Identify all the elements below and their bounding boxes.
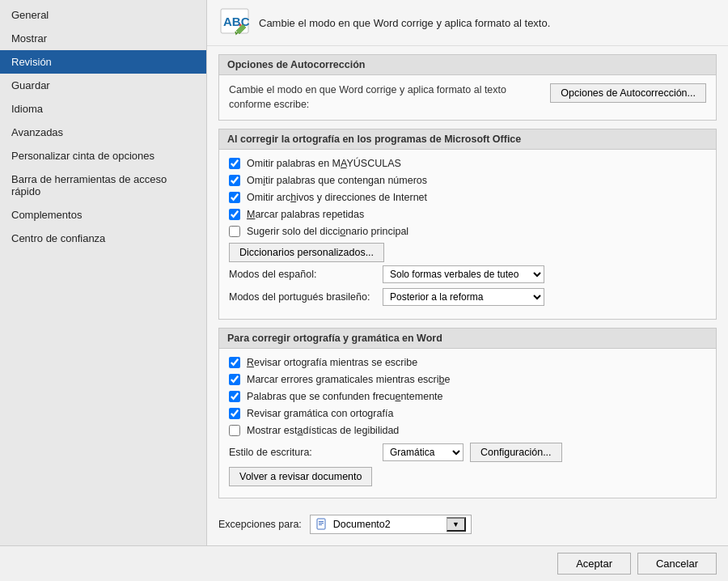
- checkbox-row-revisar-ortografia: Revisar ortografía mientras se escribe: [229, 357, 706, 368]
- checkbox-revisar-gramatica[interactable]: [229, 408, 240, 419]
- svg-line-2: [239, 24, 241, 26]
- label-mostrar-estadisticas: Mostrar estadísticas de legibilidad: [247, 425, 399, 436]
- sidebar-item-guardar[interactable]: Guardar: [0, 74, 206, 97]
- sidebar-item-centro[interactable]: Centro de confianza: [0, 227, 206, 250]
- sidebar-item-revision[interactable]: Revisión: [0, 50, 206, 74]
- modos-espanol-label: Modos del español:: [229, 269, 383, 280]
- label-omitir-numeros: Omitir palabras que contengan números: [247, 175, 427, 186]
- spelling-section: Al corregir la ortografía en los program…: [218, 129, 717, 320]
- label-marcar-repetidas: Marcar palabras repetidas: [247, 209, 364, 220]
- svg-rect-4: [319, 521, 324, 522]
- svg-rect-6: [319, 524, 322, 525]
- exceptions-label: Excepciones para:: [218, 519, 302, 530]
- volver-button-row: Volver a revisar documento: [229, 467, 706, 486]
- estilo-escritura-select[interactable]: Gramática: [383, 443, 463, 461]
- checkbox-omitir-archivos[interactable]: [229, 192, 240, 203]
- label-revisar-gramatica: Revisar gramática con ortografía: [247, 408, 393, 419]
- abc-icon: ABC: [220, 8, 249, 37]
- label-palabras-confunden: Palabras que se confunden frecuentemente: [247, 391, 443, 402]
- exceptions-select-wrapper[interactable]: Documento2 ▼: [310, 515, 472, 534]
- sidebar: General Mostrar Revisión Guardar Idioma …: [0, 0, 207, 545]
- sidebar-item-general[interactable]: General: [0, 3, 206, 27]
- exceptions-dropdown-button[interactable]: ▼: [447, 517, 466, 532]
- checkbox-row-palabras-confunden: Palabras que se confunden frecuentemente: [229, 391, 706, 402]
- checkbox-row-marcar-errores: Marcar errores gramaticales mientras esc…: [229, 374, 706, 385]
- sidebar-item-avanzadas[interactable]: Avanzadas: [0, 121, 206, 144]
- checkbox-row-revisar-gramatica: Revisar gramática con ortografía: [229, 408, 706, 419]
- estilo-escritura-label: Estilo de escritura:: [229, 447, 383, 458]
- autocorrection-body: Cambie el modo en que Word corrige y apl…: [219, 75, 716, 120]
- label-omitir-archivos: Omitir archivos y direcciones de Interne…: [247, 192, 427, 203]
- cancel-button[interactable]: Cancelar: [637, 553, 717, 575]
- accept-button[interactable]: Aceptar: [557, 553, 631, 575]
- autocorrection-description: Cambie el modo en que Word corrige y apl…: [229, 83, 520, 112]
- dialog: General Mostrar Revisión Guardar Idioma …: [0, 0, 728, 581]
- checkbox-sugerir-solo[interactable]: [229, 226, 240, 237]
- diccionarios-button-row: Diccionarios personalizados...: [229, 243, 706, 262]
- label-sugerir-solo: Sugerir solo del diccionario principal: [247, 226, 408, 237]
- checkbox-omitir-numeros[interactable]: [229, 175, 240, 186]
- sidebar-item-idioma[interactable]: Idioma: [0, 97, 206, 121]
- label-marcar-errores: Marcar errores gramaticales mientras esc…: [247, 374, 450, 385]
- svg-rect-5: [319, 523, 324, 524]
- checkbox-row-sugerir-solo: Sugerir solo del diccionario principal: [229, 226, 706, 237]
- spelling-section-title: Al corregir la ortografía en los program…: [219, 129, 716, 150]
- checkbox-row-omitir-numeros: Omitir palabras que contengan números: [229, 175, 706, 186]
- autocorrection-section-title: Opciones de Autocorrección: [219, 55, 716, 75]
- header-title: Cambie el modo en que Word corrige y apl…: [259, 17, 550, 29]
- checkbox-mostrar-estadisticas[interactable]: [229, 425, 240, 436]
- configuracion-button[interactable]: Configuración...: [470, 443, 562, 462]
- document-icon: [315, 518, 328, 531]
- dialog-body: General Mostrar Revisión Guardar Idioma …: [0, 0, 728, 545]
- exceptions-doc-name: Documento2: [333, 519, 447, 530]
- grammar-section-body: Revisar ortografía mientras se escribe M…: [219, 349, 716, 498]
- checkbox-row-omitir-archivos: Omitir archivos y direcciones de Interne…: [229, 192, 706, 203]
- volver-button[interactable]: Volver a revisar documento: [229, 467, 372, 486]
- svg-rect-3: [317, 519, 325, 529]
- checkbox-palabras-confunden[interactable]: [229, 391, 240, 402]
- dialog-footer: Aceptar Cancelar: [0, 545, 728, 581]
- sidebar-item-complementos[interactable]: Complementos: [0, 203, 206, 227]
- grammar-section: Para corregir ortografía y gramática en …: [218, 328, 717, 498]
- checkbox-marcar-repetidas[interactable]: [229, 209, 240, 220]
- checkbox-revisar-ortografia[interactable]: [229, 357, 240, 368]
- checkbox-row-mostrar-estadisticas: Mostrar estadísticas de legibilidad: [229, 425, 706, 436]
- estilo-escritura-row: Estilo de escritura: Gramática Configura…: [229, 443, 706, 462]
- checkbox-row-marcar-repetidas: Marcar palabras repetidas: [229, 209, 706, 220]
- autocorrection-section: Opciones de Autocorrección Cambie el mod…: [218, 54, 717, 121]
- diccionarios-button[interactable]: Diccionarios personalizados...: [229, 243, 384, 262]
- autocorrection-button[interactable]: Opciones de Autocorrección...: [550, 83, 706, 103]
- modos-espanol-select[interactable]: Solo formas verbales de tuteo: [383, 265, 544, 283]
- checkbox-marcar-errores[interactable]: [229, 374, 240, 385]
- sidebar-item-mostrar[interactable]: Mostrar: [0, 27, 206, 50]
- modos-portugues-label: Modos del portugués brasileño:: [229, 291, 383, 303]
- checkbox-row-omitir-mayusculas: Omitir palabras en MAYÚSCULAS: [229, 158, 706, 169]
- exceptions-row: Excepciones para: Documento2 ▼: [207, 507, 728, 542]
- modos-portugues-select[interactable]: Posterior a la reforma: [383, 288, 544, 306]
- sidebar-item-barra[interactable]: Barra de herramientas de acceso rápido: [0, 168, 206, 203]
- modos-espanol-row: Modos del español: Solo formas verbales …: [229, 265, 706, 283]
- svg-text:ABC: ABC: [223, 15, 249, 28]
- label-omitir-mayusculas: Omitir palabras en MAYÚSCULAS: [247, 158, 401, 169]
- grammar-section-title: Para corregir ortografía y gramática en …: [219, 329, 716, 349]
- checkbox-omitir-mayusculas[interactable]: [229, 158, 240, 169]
- main-content: ABC Cambie el modo en que Word corrige y…: [207, 0, 728, 545]
- label-revisar-ortografia: Revisar ortografía mientras se escribe: [247, 357, 417, 368]
- spelling-section-body: Omitir palabras en MAYÚSCULAS Omitir pal…: [219, 150, 716, 319]
- content-header: ABC Cambie el modo en que Word corrige y…: [207, 0, 728, 46]
- sidebar-item-personalizar[interactable]: Personalizar cinta de opciones: [0, 144, 206, 168]
- modos-portugues-row: Modos del portugués brasileño: Posterior…: [229, 288, 706, 306]
